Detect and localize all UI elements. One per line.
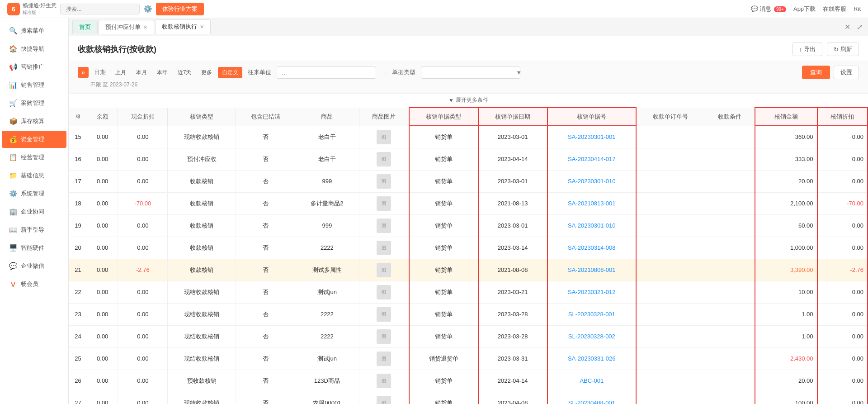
bill-no-link[interactable]: SA-20230414-017 <box>568 156 616 162</box>
top-search-input[interactable] <box>60 4 140 14</box>
table-row: 24 0.00 0.00 现结收款核销 否 2222 图 销货单 2023-03… <box>69 325 868 347</box>
table-row: 22 0.00 0.00 现结收款核销 否 测试jun 图 销货单 2023-0… <box>69 281 868 303</box>
expand-more-button[interactable]: ▼ 展开更多条件 <box>448 96 488 104</box>
bill-no-link[interactable]: SA-20230301-010 <box>568 178 616 185</box>
cell-verify-bill-no[interactable]: SA-20210808-001 <box>547 259 637 281</box>
tab-home[interactable]: 首页 <box>72 20 98 34</box>
settings-icon[interactable]: ⚙️ <box>143 5 152 13</box>
sidebar-item-hardware[interactable]: 🖥️ 智能硬件 <box>2 239 66 257</box>
tab-maximize-icon[interactable]: ⤢ <box>855 22 864 32</box>
partner-input[interactable] <box>277 67 376 79</box>
sidebar-item-guide[interactable]: 📖 新手引导 <box>2 221 66 238</box>
cell-product: 多计量商品2 <box>295 192 359 214</box>
chevron-down-icon: ▼ <box>448 97 454 104</box>
cell-verify-bill-no[interactable]: SA-20230301-010 <box>547 170 637 192</box>
cell-verify-amount: 1,000.00 <box>755 237 817 259</box>
wechat-icon: 💬 <box>9 262 17 270</box>
sidebar-item-operations[interactable]: 📋 经营管理 <box>2 149 66 166</box>
user-name[interactable]: Rit <box>854 5 861 12</box>
cell-product: 123D商品 <box>295 370 359 392</box>
bill-no-link[interactable]: SL-20230328-001 <box>568 311 615 318</box>
cell-product: 999 <box>295 170 359 192</box>
sidebar-item-inventory[interactable]: 📦 库存核算 <box>2 113 66 130</box>
date-btn-this-month[interactable]: 本月 <box>132 67 151 78</box>
sidebar-item-sales[interactable]: 📊 销售管理 <box>2 76 66 94</box>
sidebar-item-finance[interactable]: 💰 资金管理 <box>2 131 66 148</box>
cell-included-settled: 否 <box>236 237 295 259</box>
tab-receipt-verify[interactable]: 收款核销执行 ✕ <box>155 19 211 34</box>
bill-no-link[interactable]: SA-20230331-026 <box>568 355 616 362</box>
refresh-button[interactable]: ↻ 刷新 <box>827 43 859 56</box>
bill-no-link[interactable]: SA-20210808-001 <box>568 266 616 273</box>
cell-product-image: 图 <box>359 237 409 259</box>
bill-no-link[interactable]: SA-20230321-012 <box>568 289 616 295</box>
cell-verify-bill-no[interactable]: SL-20230328-002 <box>547 325 637 347</box>
tab-prepay-close[interactable]: ✕ <box>143 24 147 30</box>
cell-verify-bill-no[interactable]: SL-20230408-001 <box>547 392 637 404</box>
tab-close-all-icon[interactable]: ✕ <box>843 22 852 32</box>
cell-verify-type: 预收款核销 <box>168 370 236 392</box>
date-btn-7days[interactable]: 近7天 <box>174 67 196 78</box>
cell-verify-bill-no[interactable]: SA-20210813-001 <box>547 192 637 214</box>
table-row: 18 0.00 -70.00 收款核销 否 多计量商品2 图 销货单 2021-… <box>69 192 868 214</box>
query-button[interactable]: 查询 <box>802 66 830 79</box>
col-included-settled: 包含已结清 <box>236 108 295 126</box>
col-product-image: 商品图片 <box>359 108 409 126</box>
header-actions: ↑ 导出 ↻ 刷新 <box>793 43 859 56</box>
sidebar-item-member[interactable]: V 畅会员 <box>2 276 66 293</box>
tab-prepay[interactable]: 预付冲应付单 ✕ <box>99 20 154 34</box>
cell-verify-amount: 10.00 <box>755 281 817 303</box>
expand-label: 展开更多条件 <box>456 96 488 104</box>
col-verify-bill-date: 核销单据日期 <box>478 108 547 126</box>
sidebar-item-enterprise[interactable]: 🏢 企业协同 <box>2 203 66 220</box>
cell-verify-bill-date: 2022-04-14 <box>478 370 547 392</box>
date-btn-last-month[interactable]: 上月 <box>111 67 130 78</box>
col-settings[interactable]: ⚙ <box>69 108 87 126</box>
bill-no-link[interactable]: SA-20230301-001 <box>568 133 616 140</box>
bill-type-select[interactable] <box>421 67 520 79</box>
cell-num: 24 <box>69 325 87 347</box>
sidebar-item-basic[interactable]: 📁 基础信息 <box>2 167 66 184</box>
filter-expand-left-button[interactable]: » <box>78 67 89 78</box>
cell-verify-bill-no[interactable]: SA-20230301-001 <box>547 126 637 148</box>
sidebar-item-purchase[interactable]: 🛒 采购管理 <box>2 95 66 112</box>
online-service-link[interactable]: 在线客服 <box>823 5 846 13</box>
export-button[interactable]: ↑ 导出 <box>793 43 823 56</box>
bill-no-link[interactable]: SA-20230314-008 <box>568 244 616 251</box>
sidebar-item-quicknav[interactable]: 🏠 快捷导航 <box>2 40 66 57</box>
sidebar-item-marketing[interactable]: 📢 营销推广 <box>2 58 66 76</box>
bill-no-link[interactable]: SL-20230408-001 <box>568 399 615 404</box>
date-btn-custom[interactable]: 自定义 <box>218 67 242 78</box>
cell-verify-bill-no[interactable]: SA-20230331-026 <box>547 347 637 370</box>
cell-verify-bill-no[interactable]: SL-20230328-001 <box>547 303 637 325</box>
sidebar-item-system[interactable]: ⚙️ 系统管理 <box>2 185 66 202</box>
cell-verify-bill-no[interactable]: SA-20230314-008 <box>547 237 637 259</box>
cell-verify-bill-no[interactable]: SA-20230301-010 <box>547 214 637 237</box>
bill-no-link[interactable]: SL-20230328-002 <box>568 333 615 340</box>
cell-verify-type: 现结收款核销 <box>168 347 236 370</box>
message-item[interactable]: 💬 消息 99+ <box>751 5 786 13</box>
date-btn-more[interactable]: 更多 <box>197 67 216 78</box>
table-row: 15 0.00 0.00 现结收款核销 否 老白干 图 销货单 2023-03-… <box>69 126 868 148</box>
tab-bar-actions: ✕ ⤢ <box>843 22 864 32</box>
cell-included-settled: 否 <box>236 303 295 325</box>
cell-product: 农服00001 <box>295 392 359 404</box>
sidebar-item-wechat[interactable]: 💬 企业微信 <box>2 257 66 275</box>
bill-no-link[interactable]: ABC-001 <box>580 377 604 384</box>
date-btn-this-year[interactable]: 本年 <box>153 67 172 78</box>
cell-verify-bill-no[interactable]: SA-20230321-012 <box>547 281 637 303</box>
app-download-link[interactable]: App下载 <box>793 5 816 13</box>
sidebar-item-search[interactable]: 🔍 搜索菜单 <box>2 22 66 39</box>
cell-included-settled: 否 <box>236 148 295 170</box>
cell-verify-bill-no[interactable]: SA-20230414-017 <box>547 148 637 170</box>
setting-button[interactable]: 设置 <box>834 66 859 79</box>
industry-solution-button[interactable]: 体验行业方案 <box>156 3 204 15</box>
tab-receipt-close[interactable]: ✕ <box>200 24 204 30</box>
expand-bar: ▼ 展开更多条件 <box>69 94 868 107</box>
bill-no-link[interactable]: SA-20210813-001 <box>568 200 616 207</box>
cell-verify-bill-no[interactable]: ABC-001 <box>547 370 637 392</box>
sidebar-label-member: 畅会员 <box>21 280 38 288</box>
cell-balance: 0.00 <box>87 347 118 370</box>
bill-no-link[interactable]: SA-20230301-010 <box>568 222 616 229</box>
cell-included-settled: 否 <box>236 126 295 148</box>
